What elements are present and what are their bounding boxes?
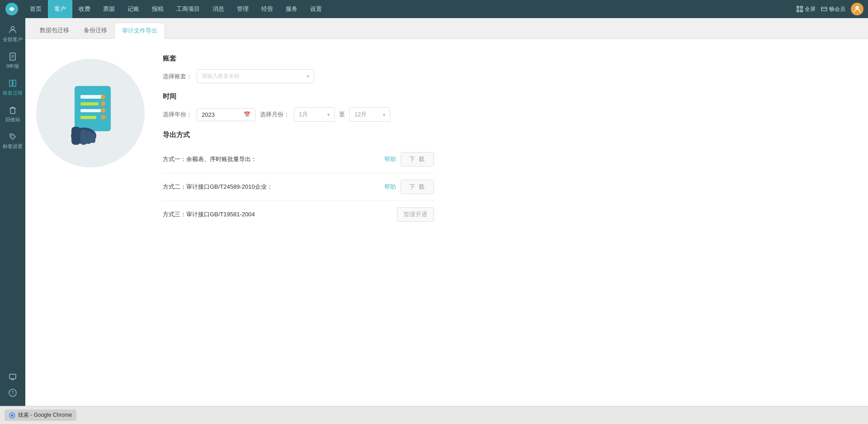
svg-point-32 [11,414,14,417]
form-area: 账套 选择账套： 请输入账套名称 ▾ 时间 选择年份： 2023 📅 [163,50,434,228]
fullscreen-button[interactable]: 全屏 [797,5,816,13]
svg-rect-11 [13,80,16,86]
nav-item-operation[interactable]: 经营 [255,0,279,18]
migrate-icon [8,79,17,88]
chrome-icon [9,412,15,419]
tag-icon [8,132,17,141]
svg-rect-2 [797,6,799,8]
content-area: 数据包迁移 备份迁移 审计文件导出 [25,18,868,406]
svg-rect-27 [71,127,80,145]
svg-point-13 [11,135,13,137]
nav-item-service[interactable]: 服务 [279,0,304,18]
vip-label: 畅会员 [829,5,845,13]
taskbar-item-label: 线索 - Google Chrome [18,411,72,419]
export-section: 导出方式 方式一：余额表、序时账批量导出： 帮助 下 载 方式二：审计接口GB/… [163,131,434,228]
svg-point-7 [855,6,859,10]
svg-rect-30 [90,133,95,143]
nav-item-invoice[interactable]: 票据 [97,0,121,18]
month-start-select[interactable]: 1月 ▾ [294,107,335,122]
people-icon [8,25,17,34]
account-select[interactable]: 请输入账套名称 ▾ [197,69,314,83]
user-avatar[interactable] [851,3,863,15]
sidebar-label-trash: 回收站 [5,116,20,123]
time-form-row: 选择年份： 2023 📅 选择月份： 1月 ▾ 至 12月 ▾ [163,107,434,122]
svg-rect-18 [80,95,103,99]
taskbar-chrome-item[interactable]: 线索 - Google Chrome [5,410,76,421]
sidebar-item-all-clients[interactable]: 全部客户 [1,22,24,47]
export-section-title: 导出方式 [163,131,434,139]
year-label: 选择年份： [163,110,192,119]
nav-item-tax[interactable]: 报税 [146,0,170,18]
download-button-1[interactable]: 下 载 [401,152,434,167]
svg-point-24 [101,108,105,113]
nav-item-bookkeeping[interactable]: 记账 [121,0,146,18]
nav-item-fee[interactable]: 收费 [72,0,97,18]
tab-audit-export[interactable]: 审计文件导出 [114,23,165,39]
sidebar-label-zero-report: 0申报 [6,63,19,70]
main-layout: 全部客户 0申报 账套迁移 回收站 [0,18,868,406]
month-label: 选择月份： [260,110,289,119]
sidebar-label-all-clients: 全部客户 [3,36,23,43]
svg-rect-21 [80,116,96,119]
account-label: 选择账套： [163,72,192,81]
time-divider: 至 [339,110,345,119]
nav-item-client[interactable]: 客户 [48,0,72,18]
month-end-select[interactable]: 12月 ▾ [349,107,390,122]
nav-item-manage[interactable]: 管理 [231,0,255,18]
download-button-2[interactable]: 下 载 [401,180,434,194]
sidebar-bottom-msg[interactable] [8,372,17,383]
sidebar-item-migrate[interactable]: 账套迁移 [1,75,24,100]
vip-button[interactable]: 畅会员 [821,5,845,13]
export-method-1-help[interactable]: 帮助 [384,155,396,163]
calendar-icon: 📅 [244,111,250,118]
app-logo[interactable] [5,2,19,16]
illustration-circle [36,59,145,167]
export-method-2-help[interactable]: 帮助 [384,183,396,191]
svg-rect-12 [10,108,15,114]
svg-text:?: ? [11,391,14,395]
export-method-3: 方式三：审计接口GB/T19581-2004 暂缓开通 [163,201,434,228]
report-icon [8,52,17,61]
taskbar: 线索 - Google Chrome [0,406,868,424]
svg-rect-4 [797,10,799,12]
sidebar-label-migrate: 账套迁移 [3,90,23,96]
sidebar-bottom-help[interactable]: ? [8,388,17,399]
export-method-2-label: 方式二：审计接口GB/T24589-2010企业： [163,183,380,191]
sidebar-item-zero-report[interactable]: 0申报 [1,48,24,73]
nav-item-business[interactable]: 工商项目 [170,0,206,18]
nav-item-home[interactable]: 首页 [24,0,48,18]
year-value: 2023 [202,111,215,118]
svg-point-22 [101,95,105,99]
tab-bar: 数据包迁移 备份迁移 审计文件导出 [25,18,868,39]
nav-right-area: 全屏 畅会员 [797,3,863,15]
tab-backup-migrate[interactable]: 备份迁移 [76,22,114,38]
sidebar-item-tag-settings[interactable]: 标签设置 [1,129,24,153]
tab-data-migrate[interactable]: 数据包迁移 [33,22,76,38]
chevron-down-icon: ▾ [307,74,309,79]
svg-point-8 [11,27,14,30]
account-form-row: 选择账套： 请输入账套名称 ▾ [163,69,434,83]
chevron-down-icon-3: ▾ [383,112,385,117]
nav-item-message[interactable]: 消息 [206,0,231,18]
illustration-area [36,59,145,167]
sidebar-bottom: ? [8,372,17,399]
audit-illustration [59,77,122,149]
nav-menu: 首页 客户 收费 票据 记账 报税 工商项目 消息 管理 经营 服务 设置 [24,0,797,18]
pending-button-3[interactable]: 暂缓开通 [397,207,434,222]
chevron-down-icon-2: ▾ [327,112,330,117]
month-end-value: 12月 [354,110,367,119]
svg-rect-28 [80,129,87,145]
account-placeholder: 请输入账套名称 [202,72,240,80]
svg-rect-14 [9,374,16,379]
svg-point-23 [101,101,105,106]
nav-item-settings[interactable]: 设置 [304,0,328,18]
svg-point-25 [101,115,105,119]
svg-rect-3 [801,6,802,8]
trash-icon [8,105,17,114]
sidebar-item-trash[interactable]: 回收站 [1,102,24,127]
year-input[interactable]: 2023 📅 [197,108,255,121]
export-method-2: 方式二：审计接口GB/T24589-2010企业： 帮助 下 载 [163,173,434,201]
svg-rect-10 [9,80,12,86]
account-section-title: 账套 [163,54,434,63]
export-method-1-label: 方式一：余额表、序时账批量导出： [163,155,380,163]
